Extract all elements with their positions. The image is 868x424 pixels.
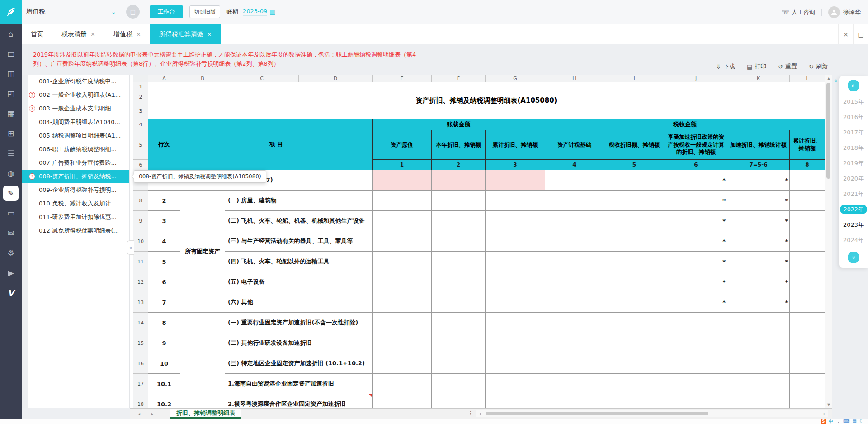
year-2020年[interactable]: 2020年 — [839, 171, 868, 186]
row-desc[interactable]: (二) 飞机、火车、轮船、机器、机械和其他生产设备 — [225, 211, 373, 231]
data-cell[interactable] — [790, 252, 825, 272]
rail-item-brand[interactable]: V — [0, 283, 22, 303]
tab-close-icon[interactable]: × — [207, 31, 212, 38]
header-col[interactable]: 累计折旧、摊销额 — [486, 130, 545, 160]
data-cell[interactable] — [545, 252, 604, 272]
data-cell[interactable] — [604, 313, 665, 333]
line-cell[interactable]: 3 — [148, 211, 180, 231]
row-number[interactable]: 9 — [133, 211, 148, 231]
data-cell[interactable] — [373, 170, 432, 191]
tab-0[interactable]: 首页 — [22, 24, 52, 44]
switch-old-version-button[interactable]: 切到旧版 — [189, 5, 220, 18]
row-number[interactable]: 2 — [133, 91, 148, 103]
row-desc[interactable]: (五) 电子设备 — [225, 272, 373, 292]
category-cell[interactable]: 所有固定资产 — [180, 191, 225, 313]
row-number[interactable]: 18 — [133, 394, 148, 409]
data-cell[interactable] — [486, 252, 545, 272]
header-col[interactable]: 税收折旧额、摊销额 — [604, 130, 665, 160]
calendar-icon[interactable]: ▦ — [269, 8, 275, 15]
data-cell[interactable] — [790, 394, 825, 409]
data-cell[interactable] — [486, 292, 545, 313]
line-cell[interactable]: 7 — [148, 292, 180, 313]
line-cell[interactable]: 5 — [148, 252, 180, 272]
header-index[interactable]: 3 — [486, 160, 545, 170]
data-cell[interactable] — [432, 333, 486, 353]
data-cell[interactable] — [432, 252, 486, 272]
data-cell[interactable]: * — [727, 191, 790, 211]
header-index[interactable]: 5 — [604, 160, 665, 170]
column-letter-G[interactable]: G — [486, 75, 545, 82]
data-cell[interactable] — [604, 252, 665, 272]
prev-sheet-button[interactable]: ◂ — [138, 409, 140, 419]
row-number[interactable]: 15 — [133, 333, 148, 353]
report-item-006[interactable]: 006-职工薪酬纳税调整明细... — [22, 143, 129, 156]
row-number[interactable]: 12 — [133, 272, 148, 292]
rail-item-vouchers[interactable]: ⊞ — [0, 124, 22, 143]
row-desc[interactable]: (三) 特定地区企业固定资产加速折旧 (10.1+10.2) — [225, 353, 373, 374]
header-index[interactable]: 6 — [665, 160, 727, 170]
data-cell[interactable]: * — [665, 272, 727, 292]
data-cell[interactable] — [432, 170, 486, 191]
year-2024年[interactable]: 2024年 — [839, 233, 868, 248]
data-cell[interactable] — [486, 231, 545, 252]
header-col[interactable]: 加速折旧、摊销统计额 — [727, 130, 790, 160]
vertical-scrollbar[interactable]: ▲ ▼ — [825, 75, 832, 408]
report-item-008[interactable]: ?008-资产折旧、摊销及纳税... — [22, 170, 129, 183]
report-item-012[interactable]: 012-减免所得税优惠明细表(... — [22, 224, 129, 238]
year-2015年[interactable]: 2015年 — [839, 94, 868, 110]
workbench-button[interactable]: 工作台 — [150, 5, 183, 18]
report-item-011[interactable]: 011-研发费用加计扣除优惠... — [22, 210, 129, 224]
column-letter-K[interactable]: K — [727, 75, 790, 82]
data-cell[interactable] — [604, 191, 665, 211]
data-cell[interactable] — [545, 191, 604, 211]
download-button[interactable]: ⇓ 下载 — [716, 62, 735, 71]
column-letter-C[interactable]: C — [225, 75, 299, 82]
support-link[interactable]: 人工咨询 — [792, 8, 815, 16]
header-index[interactable]: 1 — [373, 160, 432, 170]
data-cell[interactable]: * — [665, 170, 727, 191]
refresh-button[interactable]: ↻ 刷新 — [809, 62, 828, 71]
app-logo-icon[interactable] — [0, 0, 22, 24]
tab-close-icon[interactable]: × — [90, 31, 95, 38]
header-group-tax[interactable]: 税收金额 — [545, 119, 825, 130]
line-cell[interactable]: 10.1 — [148, 374, 180, 394]
year-2016年[interactable]: 2016年 — [839, 110, 868, 125]
data-cell[interactable] — [432, 374, 486, 394]
line-cell[interactable]: 9 — [148, 333, 180, 353]
rail-item-checkout[interactable]: ◍ — [0, 163, 22, 183]
data-cell[interactable] — [486, 191, 545, 211]
data-cell[interactable] — [604, 333, 665, 353]
data-cell[interactable] — [373, 211, 432, 231]
data-cell[interactable] — [432, 394, 486, 409]
scroll-left-icon[interactable]: ◂ — [476, 410, 483, 417]
data-cell[interactable] — [373, 394, 432, 409]
data-cell[interactable] — [604, 292, 665, 313]
sheet-tab[interactable]: 折旧、摊销调整明细表 — [170, 409, 241, 419]
row-desc[interactable]: (六) 其他 — [225, 292, 373, 313]
data-cell[interactable]: * — [727, 211, 790, 231]
data-cell[interactable] — [790, 170, 825, 191]
data-cell[interactable]: * — [727, 252, 790, 272]
data-cell[interactable] — [432, 231, 486, 252]
print-button[interactable]: ▤ 打印 — [747, 62, 766, 71]
data-cell[interactable] — [432, 313, 486, 333]
scroll-right-icon[interactable]: ▸ — [821, 410, 828, 417]
collapse-sidebar-handle[interactable]: « — [127, 240, 134, 255]
data-cell[interactable] — [604, 211, 665, 231]
row-desc[interactable]: 2.横琴粤澳深度合作区企业固定资产加速折旧 — [225, 394, 373, 409]
data-cell[interactable] — [665, 353, 727, 374]
year-2023年[interactable]: 2023年 — [839, 217, 868, 233]
header-index[interactable]: 4 — [545, 160, 604, 170]
data-cell[interactable] — [486, 374, 545, 394]
data-cell[interactable] — [727, 333, 790, 353]
line-cell[interactable]: 2 — [148, 191, 180, 211]
data-cell[interactable] — [373, 353, 432, 374]
rail-item-reports[interactable]: ◫ — [0, 64, 22, 84]
column-letter-I[interactable]: I — [604, 75, 665, 82]
data-cell[interactable] — [432, 353, 486, 374]
data-cell[interactable] — [545, 292, 604, 313]
avatar[interactable] — [828, 6, 840, 18]
data-cell[interactable]: * — [727, 272, 790, 292]
data-cell[interactable] — [373, 231, 432, 252]
row-number[interactable]: 3 — [133, 103, 148, 119]
